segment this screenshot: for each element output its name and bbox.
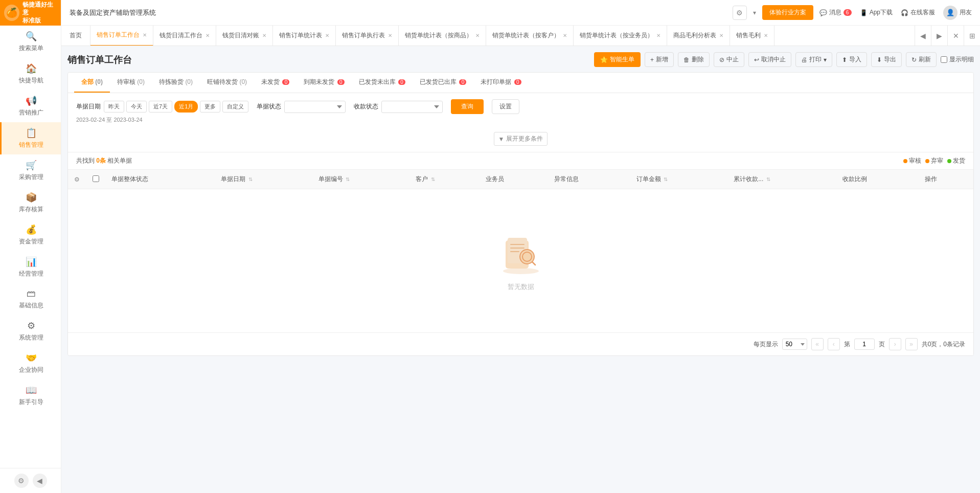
stop-btn[interactable]: ⊘ 中止: [714, 52, 744, 67]
tab-cash-reconcile-close[interactable]: ✕: [262, 33, 266, 38]
user-item[interactable]: 👤 用友: [943, 6, 972, 20]
set-btn[interactable]: 设置: [492, 99, 519, 114]
import-btn[interactable]: ⬆ 导入: [836, 52, 867, 67]
filter-payment-select[interactable]: [381, 101, 443, 113]
tab-close-all-btn[interactable]: ✕: [947, 26, 964, 46]
industry-btn[interactable]: 体验行业方案: [762, 5, 813, 20]
first-page-btn[interactable]: «: [811, 338, 824, 350]
tab-home[interactable]: 首页: [61, 26, 90, 46]
sidebar-item-purchase[interactable]: 🛒 采购管理: [0, 154, 61, 187]
tab-sales-by-product-close[interactable]: ✕: [475, 33, 480, 38]
tab-sales-by-product[interactable]: 销货单统计表（按商品） ✕: [399, 26, 486, 46]
th-customer-sort[interactable]: ⇅: [431, 176, 435, 182]
filter-tab-pending-review[interactable]: 待审核 (0): [110, 73, 152, 93]
tab-gross-profit[interactable]: 商品毛利分析表 ✕: [667, 26, 730, 46]
next-page-btn[interactable]: ›: [889, 338, 901, 350]
tab-sales-stats-label: 销售订单统计表: [279, 31, 322, 40]
tab-sales-exec[interactable]: 销售订单执行表 ✕: [336, 26, 399, 46]
filter-tab-pending-inspect[interactable]: 待拣验货 (0): [152, 73, 200, 93]
print-label: 打印: [809, 55, 822, 64]
table-section: 共找到 0条 相关单据 审核 弃审 发货: [68, 152, 973, 355]
select-all-checkbox[interactable]: [93, 175, 99, 182]
tab-sales-workbench-close[interactable]: ✕: [143, 32, 147, 38]
sidebar-item-inventory[interactable]: 📦 库存核算: [0, 187, 61, 219]
gear-icon[interactable]: ⚙: [74, 176, 80, 183]
sidebar-item-basic[interactable]: 🗃 基础信息: [0, 283, 61, 315]
add-btn[interactable]: + 新增: [645, 52, 674, 67]
review-action-btn[interactable]: 审核: [903, 156, 921, 165]
tab-sales-exec-close[interactable]: ✕: [388, 33, 392, 38]
expand-conditions-btn[interactable]: ▼ 展开更多条件: [494, 132, 548, 146]
date-more-btn[interactable]: 更多: [200, 101, 220, 113]
tab-sales-by-customer-close[interactable]: ✕: [563, 33, 567, 38]
sidebar-item-quick-nav[interactable]: 🏠 快捷导航: [0, 58, 61, 90]
tab-next-btn[interactable]: ▶: [931, 26, 947, 46]
collapse-icon[interactable]: ◀: [33, 474, 47, 488]
query-btn[interactable]: 查询: [451, 99, 484, 114]
show-detail-checkbox[interactable]: [941, 56, 947, 63]
header-dropdown-btn[interactable]: ▾: [753, 9, 756, 16]
date-last7-btn[interactable]: 近7天: [149, 101, 172, 113]
filter-tab-overdue[interactable]: 到期未发货 0: [297, 73, 351, 93]
app-download-item[interactable]: 📱 App下载: [860, 8, 893, 17]
tab-sales-stats[interactable]: 销售订单统计表 ✕: [273, 26, 336, 46]
date-yesterday-btn[interactable]: 昨天: [104, 101, 124, 113]
filter-tab-not-shipped[interactable]: 未发货 0: [254, 73, 297, 93]
sidebar: 🍊 畅捷通好生意 标准版 🔍 搜索菜单 🏠 快捷导航 📢 营销推广 📋 销售管理…: [0, 0, 61, 493]
tab-cash-daily[interactable]: 钱货日清工作台 ✕: [153, 26, 216, 46]
tab-sales-exec-label: 销售订单执行表: [342, 31, 385, 40]
date-custom-btn[interactable]: 自定义: [222, 101, 248, 113]
tab-sales-earn[interactable]: 销售毛利 ✕: [730, 26, 774, 46]
sidebar-item-enterprise[interactable]: 🤝 企业协同: [0, 347, 61, 379]
ship-action-btn[interactable]: 发货: [947, 156, 965, 165]
tab-cash-daily-close[interactable]: ✕: [206, 33, 210, 38]
tab-prev-btn[interactable]: ◀: [915, 26, 931, 46]
sidebar-item-system[interactable]: ⚙ 系统管理: [0, 315, 61, 347]
sidebar-item-marketing[interactable]: 📢 营销推广: [0, 90, 61, 122]
filter-tab-shipped-out[interactable]: 已发货已出库 0: [413, 73, 473, 93]
header-gear-btn[interactable]: ⚙: [733, 6, 747, 20]
export-btn[interactable]: ⬇ 导出: [871, 52, 902, 67]
sidebar-label-system: 系统管理: [19, 333, 43, 342]
last-page-btn[interactable]: »: [905, 338, 918, 350]
tab-sales-stats-close[interactable]: ✕: [325, 33, 329, 38]
filter-tab-not-printed[interactable]: 未打印单据 0: [473, 73, 528, 93]
print-btn[interactable]: 🖨 打印 ▾: [795, 52, 832, 67]
sidebar-item-sales[interactable]: 📋 销售管理: [0, 122, 61, 154]
delete-btn[interactable]: 🗑 删除: [678, 52, 710, 67]
refresh-btn[interactable]: ↻ 刷新: [906, 52, 937, 67]
filter-tab-wangpu[interactable]: 旺铺待发货 (0): [200, 73, 254, 93]
cancel-stop-btn[interactable]: ↩ 取消中止: [748, 52, 791, 67]
th-date-sort[interactable]: ⇅: [248, 176, 253, 182]
tab-sales-by-staff[interactable]: 销货单统计表（按业务员） ✕: [574, 26, 667, 46]
tab-cash-reconcile[interactable]: 钱货日清对账 ✕: [216, 26, 273, 46]
online-service-item[interactable]: 🎧 在线客服: [901, 8, 935, 17]
filter-tab-shipped-not-out[interactable]: 已发货未出库 0: [352, 73, 413, 93]
sidebar-item-operations[interactable]: 📊 经营管理: [0, 251, 61, 283]
sidebar-item-finance[interactable]: 💰 资金管理: [0, 219, 61, 251]
settings-icon[interactable]: ⚙: [14, 474, 29, 488]
per-page-select[interactable]: 50 20 100: [782, 339, 807, 350]
date-today-btn[interactable]: 今天: [126, 101, 147, 113]
ship-dot: [947, 159, 951, 163]
sidebar-item-guide[interactable]: 📖 新手引导: [0, 379, 61, 412]
th-collected-sort[interactable]: ⇅: [766, 176, 770, 182]
filter-tab-all[interactable]: 全部 (0): [74, 73, 110, 93]
filter-status-select[interactable]: [284, 101, 346, 113]
tab-sales-workbench[interactable]: 销售订单工作台 ✕: [90, 26, 153, 46]
tab-expand-btn[interactable]: ⊞: [964, 26, 980, 46]
tab-sales-by-customer[interactable]: 销货单统计表（按客户） ✕: [486, 26, 574, 46]
unreviewed-action-btn[interactable]: 弃审: [925, 156, 943, 165]
tab-gross-profit-close[interactable]: ✕: [719, 33, 723, 38]
sidebar-item-search[interactable]: 🔍 搜索菜单: [0, 26, 61, 58]
smart-gen-btn[interactable]: ⭐ 智能生单: [594, 52, 641, 67]
tab-sales-earn-close[interactable]: ✕: [764, 33, 768, 38]
show-detail-text: 显示明细: [949, 55, 974, 64]
prev-page-btn[interactable]: ‹: [828, 338, 840, 350]
th-number-sort[interactable]: ⇅: [346, 176, 350, 182]
message-icon-item[interactable]: 💬 消息 6: [819, 8, 852, 17]
tab-sales-by-staff-close[interactable]: ✕: [656, 33, 660, 38]
th-amount-sort[interactable]: ⇅: [664, 176, 668, 182]
date-last1m-btn[interactable]: 近1月: [174, 101, 198, 113]
page-input[interactable]: [854, 339, 875, 350]
